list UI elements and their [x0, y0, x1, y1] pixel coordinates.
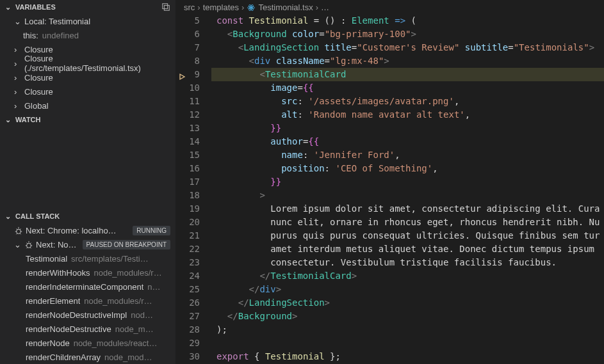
status-badge: PAUSED ON BREAKPOINT [83, 240, 170, 249]
breadcrumb-file[interactable]: Testimonial.tsx [258, 3, 313, 12]
stack-frame[interactable]: renderElementnode_modules/r… [0, 294, 175, 308]
breadcrumb-part[interactable]: templates [203, 3, 239, 12]
chevron-right-icon: › [14, 45, 22, 54]
stack-frame[interactable]: renderNodeDestructivenode_m… [0, 322, 175, 336]
stack-frame[interactable]: renderIndeterminateComponentn… [0, 280, 175, 294]
stack-frame[interactable]: renderWithHooksnode_modules/r… [0, 265, 175, 280]
variables-tree: ⌄ Local: Testimonial this: undefined › C… [0, 14, 175, 113]
collapse-all-icon[interactable] [161, 3, 170, 12]
breadcrumb[interactable]: src › templates › Testimonial.tsx › … [176, 0, 604, 14]
callstack-title: CALL STACK [15, 212, 60, 220]
svg-point-3 [27, 243, 31, 248]
svg-point-4 [250, 6, 252, 8]
editor-pane: src › templates › Testimonial.tsx › … 56… [176, 0, 604, 364]
stack-frame[interactable]: renderNodenode_modules/react… [0, 336, 175, 350]
svg-rect-0 [163, 4, 168, 9]
chevron-down-icon: ⌄ [14, 17, 22, 26]
chevron-down-icon: ⌄ [14, 240, 22, 249]
debug-sidebar: ⌄ VARIABLES ⌄ Local: Testimonial this: u… [0, 0, 176, 364]
watch-panel-header[interactable]: ⌄ WATCH [0, 113, 175, 127]
bug-icon [14, 225, 23, 235]
chevron-right-icon: › [197, 3, 200, 12]
thread-chrome[interactable]: Next: Chrome: localho… RUNNING [0, 223, 175, 237]
watch-empty-area [0, 127, 175, 209]
chevron-right-icon: › [14, 101, 22, 111]
breadcrumb-part[interactable]: src [184, 3, 195, 12]
stack-frame[interactable]: renderChildrenArraynode_mod… [0, 350, 175, 364]
chevron-down-icon: ⌄ [5, 116, 13, 124]
breadcrumb-more[interactable]: … [321, 3, 329, 12]
chevron-down-icon: ⌄ [5, 3, 13, 12]
chevron-right-icon: › [241, 3, 244, 12]
variables-title: VARIABLES [15, 3, 56, 11]
code-editor[interactable]: 5678910111213141516171819202122232425262… [176, 14, 604, 364]
chevron-right-icon: › [14, 73, 22, 83]
variable-this[interactable]: this: undefined [0, 28, 175, 42]
chevron-down-icon: ⌄ [5, 212, 13, 221]
thread-node[interactable]: ⌄ Next: No… PAUSED ON BREAKPOINT [0, 237, 175, 251]
chevron-right-icon: › [316, 3, 318, 12]
svg-point-2 [17, 229, 21, 233]
chevron-right-icon: › [14, 59, 22, 68]
bug-icon [24, 239, 33, 249]
stack-frame[interactable]: renderNodeDestructiveImplnod… [0, 308, 175, 322]
code-content[interactable]: const Testimonial = () : Element => ( <B… [211, 14, 604, 364]
status-badge: RUNNING [133, 226, 170, 235]
scope-local[interactable]: ⌄ Local: Testimonial [0, 14, 175, 28]
scope-closure[interactable]: › Closure [0, 84, 175, 99]
watch-title: WATCH [15, 116, 41, 123]
callstack-panel-header[interactable]: ⌄ CALL STACK [0, 209, 175, 223]
scope-global[interactable]: › Global [0, 99, 175, 113]
react-file-icon [247, 2, 256, 12]
variables-panel-header[interactable]: ⌄ VARIABLES [0, 0, 175, 14]
line-gutter[interactable]: 5678910111213141516171819202122232425262… [176, 14, 211, 364]
chevron-right-icon: › [14, 87, 22, 97]
stack-frame[interactable]: Testimonialsrc/templates/Testi… [0, 251, 175, 265]
scope-closure-file[interactable]: › Closure (./src/templates/Testimonial.t… [0, 56, 175, 70]
svg-rect-1 [164, 5, 169, 10]
callstack-list: Next: Chrome: localho… RUNNING ⌄ Next: N… [0, 223, 175, 364]
